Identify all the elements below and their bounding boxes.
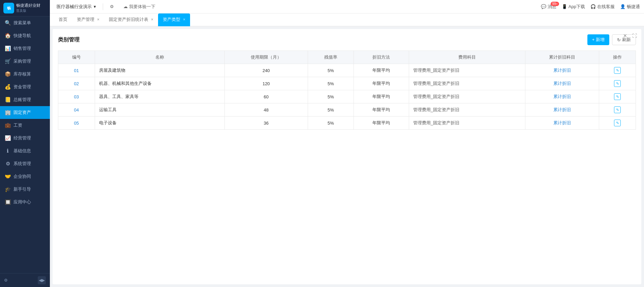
sidebar-item-fixed-assets[interactable]: 🏢 固定资产	[0, 106, 50, 119]
table-row: 05 电子设备 36 5% 年限平均 管理费用_固定资产折旧 累计折旧 ✎	[58, 117, 636, 130]
content-header: 类别管理 + 新增 ↻ 刷新	[58, 34, 636, 45]
sidebar-item-collab[interactable]: 🤝 企业协同	[0, 170, 50, 183]
headset-icon: 🎧	[590, 4, 596, 9]
cell-code: 03	[58, 90, 95, 103]
nav-icon-finance: 💰	[5, 84, 11, 90]
messages-button[interactable]: 💬 消息 99+	[541, 4, 556, 10]
nav-icon-basic-info: ℹ	[5, 148, 11, 154]
edit-icon[interactable]: ✎	[614, 67, 621, 74]
sidebar-item-search[interactable]: 🔍 搜索菜单	[0, 17, 50, 29]
nav-icon-sales: 📊	[5, 45, 11, 52]
logo-sub: 普及版	[16, 8, 40, 13]
module-selector[interactable]: 医疗器械行业演示 ▾	[54, 2, 99, 11]
settings-button[interactable]: ⚙	[107, 2, 117, 11]
nav-icon-collab: 🤝	[5, 173, 11, 180]
col-header: 累计折旧科目	[525, 51, 599, 64]
sidebar-item-ledger[interactable]: 📒 总账管理	[0, 93, 50, 106]
cell-action[interactable]: ✎	[599, 117, 636, 130]
experience-button[interactable]: ☁ 我要体验一下	[121, 2, 158, 11]
cell-method: 年限平均	[354, 77, 409, 90]
sidebar-item-business[interactable]: 📈 经营管理	[0, 132, 50, 145]
tab-label-home: 首页	[59, 17, 67, 23]
sidebar-item-purchase[interactable]: 🛒 采购管理	[0, 55, 50, 68]
page-title: 类别管理	[58, 36, 80, 43]
chevron-down-icon: ▾	[94, 4, 96, 9]
cell-code: 02	[58, 77, 95, 90]
sidebar-item-basic-info[interactable]: ℹ 基础信息	[0, 145, 50, 157]
data-table: 编号名称使用期限（月）残值率折旧方法费用科目累计折旧科目操作 01 房屋及建筑物…	[58, 51, 636, 130]
cell-subject: 管理费用_固定资产折旧	[409, 117, 525, 130]
cell-action[interactable]: ✎	[599, 77, 636, 90]
cell-method: 年限平均	[354, 90, 409, 103]
nav-label-search: 搜索菜单	[13, 20, 31, 26]
expand-window-button[interactable]: ⛶	[631, 32, 639, 40]
nav-icon-search: 🔍	[5, 20, 11, 26]
cell-action[interactable]: ✎	[599, 64, 636, 77]
nav-label-business: 经营管理	[13, 135, 31, 141]
app-download-button[interactable]: 📱 App下载	[562, 4, 585, 10]
sidebar-item-quick-nav[interactable]: 🏠 快捷导航	[0, 29, 50, 42]
tab-close-asset-type[interactable]: ×	[183, 18, 185, 22]
cell-cumulative: 累计折旧	[525, 103, 599, 117]
header-row: 编号名称使用期限（月）残值率折旧方法费用科目累计折旧科目操作	[58, 51, 636, 64]
edit-icon[interactable]: ✎	[614, 80, 621, 87]
edit-icon[interactable]: ✎	[614, 93, 621, 100]
cell-name: 运输工具	[95, 103, 224, 117]
tab-home[interactable]: 首页	[54, 13, 72, 26]
tabs-bar: 首页资产管理×固定资产折旧统计表×资产类型×	[50, 13, 644, 26]
cell-action[interactable]: ✎	[599, 90, 636, 103]
close-window-button[interactable]: ✕	[621, 32, 629, 40]
sidebar-item-sales[interactable]: 📊 销售管理	[0, 42, 50, 55]
window-controls: ✕ ⛶	[621, 32, 639, 40]
col-header: 操作	[599, 51, 636, 64]
col-header: 编号	[58, 51, 95, 64]
message-icon: 💬	[541, 4, 546, 9]
tab-depreciation[interactable]: 固定资产折旧统计表×	[104, 13, 158, 26]
cell-period: 48	[224, 103, 308, 117]
cell-residual: 5%	[308, 64, 354, 77]
nav-label-finance: 资金管理	[13, 84, 31, 90]
cell-name: 电子设备	[95, 117, 224, 130]
cell-subject: 管理费用_固定资产折旧	[409, 64, 525, 77]
sidebar-item-app-center[interactable]: 🔲 应用中心	[0, 196, 50, 209]
scroll-button[interactable]: ◀▶	[38, 276, 46, 284]
sidebar-item-inventory[interactable]: 📦 库存核算	[0, 68, 50, 81]
cell-cumulative: 累计折旧	[525, 117, 599, 130]
tab-close-asset-mgmt[interactable]: ×	[97, 18, 99, 22]
sidebar-item-salary[interactable]: 💼 工资	[0, 119, 50, 132]
gear-icon: ⚙	[110, 4, 114, 9]
new-button[interactable]: + 新增	[587, 34, 609, 45]
message-badge: 99+	[551, 2, 559, 6]
tab-asset-type[interactable]: 资产类型×	[158, 13, 190, 26]
cell-residual: 5%	[308, 77, 354, 90]
sidebar-item-guide[interactable]: 🎓 新手引导	[0, 183, 50, 196]
col-header: 使用期限（月）	[224, 51, 308, 64]
cell-name: 机器、机械和其他生产设备	[95, 77, 224, 90]
tab-asset-mgmt[interactable]: 资产管理×	[72, 13, 104, 26]
nav-icon-app-center: 🔲	[5, 199, 11, 205]
customer-service-button[interactable]: 🎧 在线客服	[590, 4, 615, 10]
edit-icon[interactable]: ✎	[614, 120, 621, 126]
nav-icon-guide: 🎓	[5, 186, 11, 192]
sidebar-item-system[interactable]: ⚙ 系统管理	[0, 157, 50, 170]
cell-action[interactable]: ✎	[599, 103, 636, 117]
phone-icon: 📱	[562, 4, 567, 9]
nav-label-basic-info: 基础信息	[13, 148, 31, 154]
topbar-divider	[103, 3, 103, 10]
nav-label-guide: 新手引导	[13, 186, 31, 192]
module-name: 医疗器械行业演示	[57, 4, 92, 10]
tab-close-depreciation[interactable]: ×	[151, 18, 153, 22]
nav-icon-salary: 💼	[5, 122, 11, 128]
nav-icon-inventory: 📦	[5, 71, 11, 77]
user-button[interactable]: 👤 畅捷通	[620, 4, 640, 10]
edit-icon[interactable]: ✎	[614, 106, 621, 113]
table-header: 编号名称使用期限（月）残值率折旧方法费用科目累计折旧科目操作	[58, 51, 636, 64]
sidebar-item-finance[interactable]: 💰 资金管理	[0, 81, 50, 93]
settings-icon[interactable]: ⚙	[4, 278, 8, 283]
nav-label-collab: 企业协同	[13, 173, 31, 180]
avatar-icon: 👤	[620, 4, 625, 9]
cloud-icon: ☁	[123, 4, 128, 9]
username: 畅捷通	[627, 4, 640, 10]
cell-code: 01	[58, 64, 95, 77]
col-header: 残值率	[308, 51, 354, 64]
